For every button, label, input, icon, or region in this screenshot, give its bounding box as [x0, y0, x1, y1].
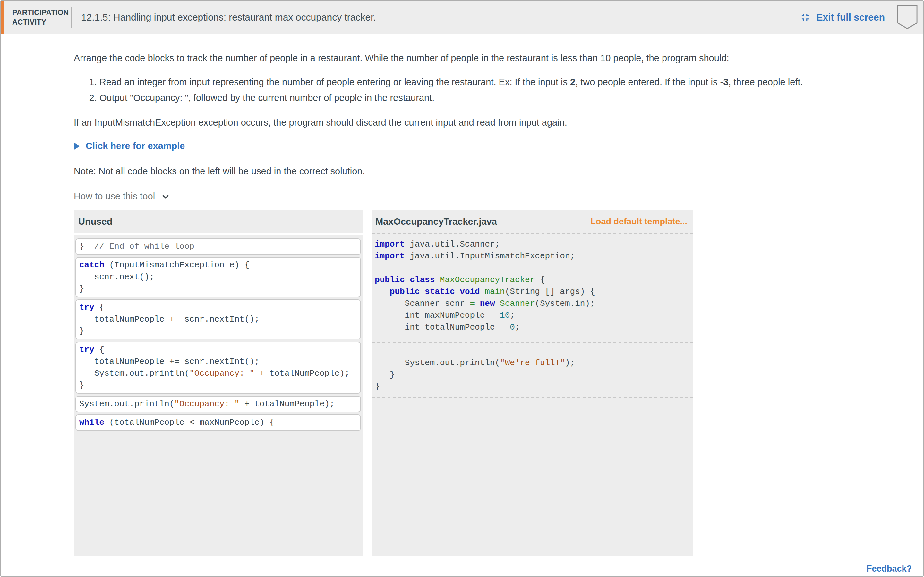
drop-zone-separator[interactable] [372, 342, 693, 343]
code-line: while (totalNumPeople < maxNumPeople) { [79, 417, 357, 429]
code-line: public class MaxOccupancyTracker { [375, 274, 693, 286]
code-line: try { [79, 344, 357, 356]
template-code-group: System.out.println("We're full!"); }} [372, 345, 693, 393]
activity-accent-strip [1, 1, 5, 34]
editor-content: import java.util.Scanner;import java.uti… [372, 233, 693, 398]
instruction-item: Output "Occupancy: ", followed by the cu… [99, 93, 923, 103]
chevron-down-icon [161, 192, 170, 201]
instructions-intro: Arrange the code blocks to track the num… [74, 34, 923, 63]
code-line: import java.util.InputMismatchException; [375, 250, 693, 262]
how-to-use-tool-label: How to use this tool [74, 191, 155, 201]
page: { "topbar": { "activity_line1": "PARTICI… [0, 0, 924, 577]
completion-shield-icon [897, 5, 918, 30]
activity-type-line1: PARTICIPATION [12, 8, 67, 17]
how-to-use-tool-toggle[interactable]: How to use this tool [74, 191, 170, 201]
exit-full-screen-label: Exit full screen [817, 12, 885, 23]
code-line: import java.util.Scanner; [375, 239, 693, 250]
example-expander[interactable]: Click here for example [74, 141, 923, 151]
code-line: System.out.println("Occupancy: " + total… [79, 367, 357, 380]
instruction-item: Read an integer from input representing … [99, 77, 923, 87]
unused-panel: Unused } // End of while loopcatch (Inpu… [74, 210, 363, 556]
activity-content: Arrange the code blocks to track the num… [1, 34, 923, 556]
header-divider [71, 7, 71, 27]
code-block[interactable]: System.out.println("Occupancy: " + total… [75, 396, 361, 412]
drop-zone-separator[interactable] [372, 397, 693, 398]
code-block[interactable]: } // End of while loop [75, 239, 361, 255]
code-line [375, 345, 693, 357]
activity-type-label: PARTICIPATION ACTIVITY [12, 8, 67, 27]
code-line: scnr.next(); [79, 271, 357, 283]
exit-full-screen-button[interactable]: Exit full screen [799, 11, 885, 23]
solution-panel: MaxOccupancyTracker.java Load default te… [372, 210, 693, 556]
code-block[interactable]: try { totalNumPeople += scnr.nextInt(); … [75, 342, 361, 394]
code-line: } // End of while loop [79, 241, 357, 253]
code-line: totalNumPeople += scnr.nextInt(); [79, 356, 357, 367]
code-block[interactable]: catch (InputMismatchException e) { scnr.… [75, 257, 361, 297]
code-block[interactable]: try { totalNumPeople += scnr.nextInt();} [75, 300, 361, 340]
unused-panel-title: Unused [78, 216, 112, 227]
code-line [375, 262, 693, 274]
code-line: Scanner scnr = new Scanner(System.in); [375, 298, 693, 309]
unused-panel-header: Unused [74, 210, 363, 235]
load-default-template-link[interactable]: Load default template... [590, 217, 687, 227]
unused-blocks: } // End of while loopcatch (InputMismat… [74, 235, 363, 431]
note-text: Note: Not all code blocks on the left wi… [74, 166, 923, 177]
activity-title: 12.1.5: Handling input exceptions: resta… [81, 12, 376, 23]
code-block[interactable]: while (totalNumPeople < maxNumPeople) { [75, 414, 361, 431]
code-line: } [375, 369, 693, 381]
solution-filename: MaxOccupancyTracker.java [375, 216, 497, 227]
code-line: System.out.println("We're full!"); [375, 357, 693, 369]
exception-note: If an InputMismatchException exception o… [74, 117, 923, 128]
template-code-group: import java.util.Scanner;import java.uti… [372, 239, 693, 334]
parsons-panels: Unused } // End of while loopcatch (Inpu… [74, 210, 923, 556]
code-line: try { [79, 301, 357, 314]
code-line: public static void main(String [] args) … [375, 286, 693, 298]
code-line: } [79, 326, 357, 337]
instruction-list: Read an integer from input representing … [74, 77, 923, 103]
fullscreen-exit-icon [799, 11, 811, 23]
topbar: PARTICIPATION ACTIVITY 12.1.5: Handling … [1, 1, 923, 34]
activity-type-line2: ACTIVITY [12, 17, 67, 27]
code-line: int maxNumPeople = 10; [375, 309, 693, 322]
solution-editor: import java.util.Scanner;import java.uti… [372, 233, 693, 556]
solution-panel-header: MaxOccupancyTracker.java Load default te… [372, 210, 693, 233]
code-line: int totalNumPeople = 0; [375, 322, 693, 334]
code-line: } [79, 283, 357, 295]
code-line: } [375, 381, 693, 393]
drop-zone-separator[interactable] [372, 233, 693, 234]
code-line: totalNumPeople += scnr.nextInt(); [79, 314, 357, 326]
example-expander-label: Click here for example [86, 141, 185, 151]
code-line: catch (InputMismatchException e) { [79, 259, 357, 271]
expander-triangle-icon [74, 142, 80, 150]
code-line: System.out.println("Occupancy: " + total… [79, 398, 357, 410]
feedback-link[interactable]: Feedback? [867, 564, 912, 574]
code-line: } [79, 380, 357, 392]
